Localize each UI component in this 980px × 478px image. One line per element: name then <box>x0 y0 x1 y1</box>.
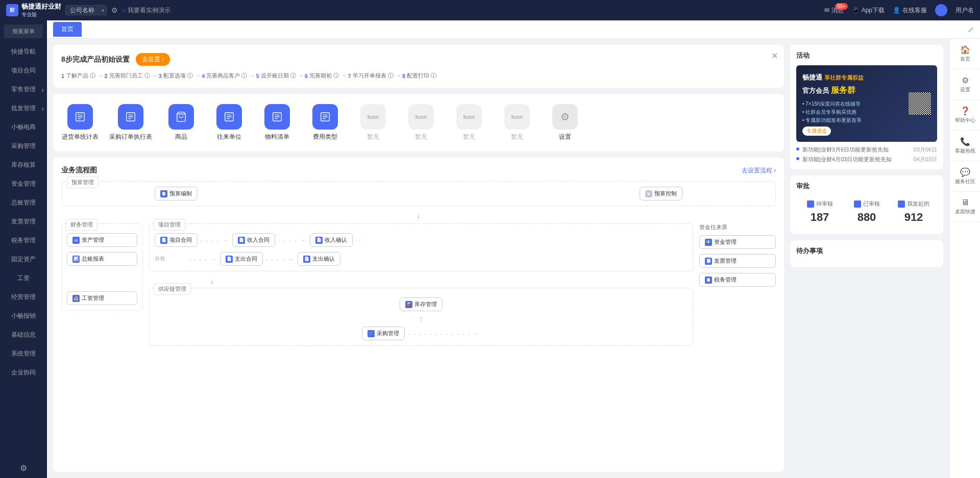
rs-hotline[interactable]: 📞 客服热线 <box>950 131 980 161</box>
node-salary[interactable]: 💰 工资管理 <box>67 291 137 305</box>
flow-down-arrow-2: ↓ <box>149 278 693 285</box>
node-budget-plan[interactable]: 📋 预算编制 <box>155 187 198 200</box>
placeholder-2-icon: Icon <box>408 104 434 130</box>
activity-dot-1 <box>796 147 799 150</box>
sidebar-item-general-ledger[interactable]: 总账管理 <box>0 193 47 212</box>
rs-home-label: 首页 <box>952 56 978 63</box>
messages-button[interactable]: ✉ 消息 99+ <box>824 6 844 15</box>
flow-finance-col: 财务管理 🗂 资产管理 📊 <box>61 223 143 346</box>
node-invoice[interactable]: 🧾 发票管理 <box>699 254 776 268</box>
rs-home[interactable]: 🏠 首页 <box>950 39 980 69</box>
tab-expand-icon[interactable]: ⤢ <box>968 26 974 34</box>
sidebar-item-salary[interactable]: 工资 <box>0 269 47 288</box>
flow-dots-1: - - - - → <box>201 237 229 243</box>
node-asset[interactable]: 🗂 资产管理 <box>67 233 137 247</box>
purchase-row: 🛒 采购管理 - - - - - - - - - - - - → <box>362 326 480 340</box>
rs-settings[interactable]: ⚙ 设置 <box>950 69 980 100</box>
qr-code <box>909 92 931 115</box>
sidebar-item-retail[interactable]: 零售管理 <box>0 80 47 99</box>
settings-icon[interactable]: ⚙ <box>111 6 118 14</box>
sidebar-item-enterprise[interactable]: 企业协同 <box>0 363 47 382</box>
node-income-confirm[interactable]: 📄 收入确认 <box>310 233 353 247</box>
online-service-button[interactable]: 👤 在线客服 <box>893 6 927 15</box>
icon-placeholder-4[interactable]: Icon 暂无 <box>494 100 540 145</box>
approval-reviewed[interactable]: 已审核 880 <box>843 196 890 228</box>
activity-dot-2 <box>796 157 799 160</box>
demo-link[interactable]: 我要看实例演示 <box>122 6 170 15</box>
rs-desktop[interactable]: 🖥 桌面快捷 <box>950 192 980 222</box>
sidebar-item-wholesale[interactable]: 批发管理 <box>0 99 47 118</box>
budget-control-icon: 📋 <box>645 190 652 197</box>
banner-line1: 畅捷通 <box>802 73 822 81</box>
sidebar-item-quick-nav[interactable]: 快捷导航 <box>0 42 47 61</box>
icon-placeholder-1[interactable]: Icon 暂无 <box>350 100 396 145</box>
finance-area: 财务管理 🗂 资产管理 📊 <box>61 223 143 311</box>
approval-pending[interactable]: 待审核 187 <box>796 196 843 228</box>
node-expense-confirm[interactable]: 📄 支出确认 <box>298 252 340 266</box>
rs-community[interactable]: 💬 服务社区 <box>950 161 980 192</box>
sidebar-item-tax[interactable]: 税务管理 <box>0 231 47 250</box>
node-budget-control[interactable]: 📋 预算控制 <box>640 187 682 200</box>
sidebar-item-fixed-assets[interactable]: 固定资产 <box>0 250 47 269</box>
flow-setup-link[interactable]: 去设置流程 › <box>742 166 776 175</box>
sidebar-item-system[interactable]: 系统管理 <box>0 344 47 363</box>
sidebar-item-operations[interactable]: 经营管理 <box>0 288 47 307</box>
logo: 财 畅捷通好业财 专业版 <box>6 2 61 18</box>
app-download-label: App下载 <box>862 6 885 15</box>
company-select[interactable]: 公司名称 <box>65 5 107 15</box>
sidebar-item-expense[interactable]: 小畅报销 <box>0 307 47 325</box>
sidebar-item-basic-info[interactable]: 基础信息 <box>0 325 47 344</box>
tab-home[interactable]: 首页 <box>53 22 82 37</box>
node-inventory[interactable]: 📦 库存管理 <box>400 297 443 311</box>
sidebar-item-project-contract[interactable]: 项目合同 <box>0 61 47 80</box>
project-row-1: 📄 项目合同 - - - - → 📄 收入合同 <box>155 233 688 247</box>
rs-help[interactable]: ❓ 帮助中心 <box>950 100 980 131</box>
node-project-contract[interactable]: 📄 项目合同 <box>155 233 198 247</box>
node-general-ledger[interactable]: 📊 总账报表 <box>67 252 137 266</box>
logo-subtitle: 专业版 <box>21 11 61 18</box>
node-income-contract[interactable]: 📄 收入合同 <box>232 233 275 247</box>
user-avatar[interactable] <box>935 4 947 16</box>
icon-goods[interactable]: 商品 <box>158 100 204 145</box>
activity-text-2: 新功能|业财4月03日功能更新抢先知 <box>802 156 911 163</box>
icon-expense-type[interactable]: 费用类型 <box>302 100 348 145</box>
sidebar-item-invoice[interactable]: 发票管理 <box>0 212 47 231</box>
flow-diagram: 预算管理 📋 预算编制 📋 预算控制 <box>61 181 776 395</box>
icon-placeholder-3[interactable]: Icon 暂无 <box>446 100 492 145</box>
setup-close-button[interactable]: ✕ <box>771 51 778 61</box>
icon-placeholder-2[interactable]: Icon 暂无 <box>398 100 444 145</box>
icon-settings[interactable]: ⚙ 设置 <box>542 100 588 145</box>
icon-partners[interactable]: 往来单位 <box>206 100 252 145</box>
project-sub-col: - - - - → 📄 支出合同 - - - - → <box>168 252 688 266</box>
rs-hotline-label: 客服热线 <box>952 147 978 155</box>
node-purchase[interactable]: 🛒 采购管理 <box>362 326 405 340</box>
company-selector[interactable]: 公司名称 ▾ <box>65 5 107 15</box>
activity-item-1[interactable]: 新功能|业财3月6日功能更新抢先知 03月06日 <box>796 146 937 154</box>
flow-title: 业务流程图 <box>61 166 97 175</box>
node-capital-mgmt[interactable]: 💵 资金管理 <box>699 235 776 249</box>
rs-settings-icon: ⚙ <box>952 76 978 85</box>
icon-po-exec[interactable]: 采购订单执行表 <box>105 100 156 145</box>
node-expense-contract[interactable]: 📄 支出合同 <box>220 252 263 266</box>
banner-line2: 官方会员 <box>802 87 829 94</box>
icon-bom[interactable]: 物料清单 <box>254 100 300 145</box>
approval-initiated[interactable]: 我发起的 912 <box>890 196 937 228</box>
sidebar-item-purchase[interactable]: 采购管理 <box>0 137 47 156</box>
right-sidebar: 🏠 首页 ⚙ 设置 ❓ 帮助中心 📞 客服热线 💬 服务社区 <box>949 39 980 478</box>
node-tax[interactable]: 📋 税务管理 <box>699 273 776 287</box>
sidebar-settings-icon[interactable]: ⚙ <box>0 458 47 478</box>
icon-purchase-stats[interactable]: 进货单统计表 <box>57 100 103 145</box>
flow-dots-2: - - - - → <box>278 237 307 243</box>
sidebar-item-ecommerce[interactable]: 小畅电商 <box>0 118 47 137</box>
username[interactable]: 用户名 <box>955 6 974 15</box>
placeholder-2-label: 暂无 <box>415 133 427 141</box>
setup-goto-button[interactable]: 去设置 › <box>136 53 170 66</box>
activity-item-2[interactable]: 新功能|业财4月03日功能更新抢先知 04月03日 <box>796 156 937 163</box>
sidebar-item-inventory[interactable]: 库存核算 <box>0 156 47 174</box>
app-download-button[interactable]: 📱 App下载 <box>852 6 885 15</box>
flow-header: 业务流程图 去设置流程 › <box>61 166 776 175</box>
banner-join-button[interactable]: 专属通道 <box>802 127 831 136</box>
search-menu-button[interactable]: 搜索菜单 <box>4 24 43 38</box>
sidebar-item-capital[interactable]: 资金管理 <box>0 174 47 193</box>
project-area: 项目管理 📄 项目合同 - - - - → <box>149 223 693 271</box>
